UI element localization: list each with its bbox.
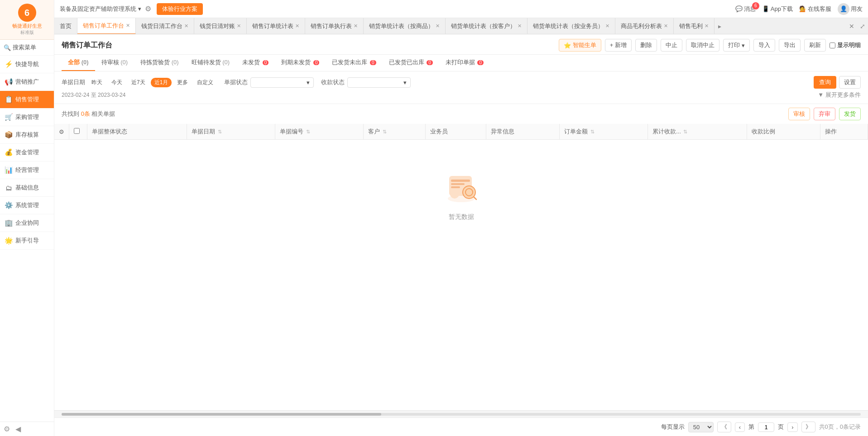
tabbar-more-button[interactable]: ▸ (715, 23, 725, 30)
tab-product-margin-close[interactable]: ✕ (664, 23, 668, 29)
last-page-button[interactable]: 》 (801, 422, 815, 432)
sidebar-item-system[interactable]: ⚙️ 系统管理 (0, 197, 54, 214)
solution-button[interactable]: 体验行业方案 (157, 3, 203, 15)
subtab-shipped-warehoused-badge: 0 (427, 60, 433, 65)
date-yesterday-btn[interactable]: 昨天 (88, 78, 106, 87)
sidebar-item-base-info[interactable]: 🗂 基础信息 (0, 179, 54, 197)
tab-sales-stat[interactable]: 销售订单统计表 ✕ (247, 18, 305, 34)
sidebar-item-finance[interactable]: 💰 资金管理 (0, 144, 54, 161)
subtab-pending-review[interactable]: 待审核 (0) (95, 55, 134, 71)
date-7days-btn[interactable]: 近7天 (128, 78, 149, 87)
subtab-not-shipped[interactable]: 未发货 0 (236, 55, 275, 71)
subtab-wangdian[interactable]: 旺铺待发货 (0) (185, 55, 236, 71)
tab-sales-profit-close[interactable]: ✕ (705, 23, 709, 29)
app-download-item[interactable]: 📱 App下载 (762, 5, 793, 13)
sidebar-item-purchase[interactable]: 🛒 采购管理 (0, 109, 54, 126)
tab-sales-stat-salesperson[interactable]: 销货单统计表（按业务员） ✕ (528, 18, 615, 34)
receipt-filter-select[interactable]: ▾ (347, 77, 411, 88)
stop-button[interactable]: 中止 (661, 39, 682, 52)
select-all-checkbox[interactable] (74, 128, 80, 134)
tab-sales-workbench[interactable]: 销售订单工作台 ✕ (77, 18, 136, 34)
th-date[interactable]: 单据日期 ⇅ (187, 124, 275, 140)
message-icon-item[interactable]: 💬 消息 6 (735, 5, 756, 13)
subtab-overdue-not-shipped[interactable]: 到期未发货 0 (275, 55, 326, 71)
topbar-gear-icon[interactable]: ⚙ (145, 5, 151, 13)
next-page-button[interactable]: › (787, 422, 797, 432)
add-button[interactable]: + 新增 (605, 39, 632, 52)
subtab-all[interactable]: 全部 (0) (62, 55, 95, 71)
th-cumulative[interactable]: 累计收款... ⇅ (647, 124, 747, 140)
tab-cash-clear[interactable]: 钱货日清工作台 ✕ (136, 18, 194, 34)
show-detail-checkbox[interactable] (830, 43, 835, 48)
tab-cash-clear-close[interactable]: ✕ (184, 23, 188, 29)
th-operation-label: 操作 (825, 128, 837, 135)
th-amount[interactable]: 订单金额 ⇅ (560, 124, 648, 140)
subtab-shipped-not-warehoused[interactable]: 已发货未出库 0 (326, 55, 382, 71)
delete-button[interactable]: 删除 (635, 39, 657, 52)
tab-sales-exec-close[interactable]: ✕ (354, 23, 358, 29)
import-button[interactable]: 导入 (753, 39, 775, 52)
sidebar-item-sales[interactable]: 📋 销售管理 (0, 91, 54, 109)
subtab-overdue-not-shipped-label: 到期未发货 (281, 59, 311, 66)
tab-cash-reconcile[interactable]: 钱货日清对账 ✕ (194, 18, 247, 34)
show-detail-label[interactable]: 显示明细 (830, 41, 861, 49)
tab-sales-stat-product[interactable]: 销货单统计表（按商品） ✕ (364, 18, 446, 34)
date-1month-btn[interactable]: 近1月 (151, 78, 172, 87)
sidebar-item-enterprise[interactable]: 🏢 企业协同 (0, 214, 54, 232)
sidebar-item-marketing[interactable]: 📢 营销推广 (0, 73, 54, 91)
per-page-select[interactable]: 50 20 100 (688, 422, 714, 432)
sidebar-search[interactable]: 🔍 搜索菜单 (0, 40, 54, 56)
th-setting[interactable]: ⚙ (54, 124, 69, 140)
th-checkbox[interactable] (69, 124, 87, 140)
date-more-btn[interactable]: 更多 (173, 78, 192, 87)
refresh-button[interactable]: 刷新 (804, 39, 826, 52)
horizontal-scrollbar[interactable] (54, 410, 868, 417)
expand-conditions-button[interactable]: ▼ 展开更多条件 (818, 91, 861, 99)
tab-cash-reconcile-close[interactable]: ✕ (237, 23, 241, 29)
online-service-item[interactable]: 💁 在线客服 (799, 5, 831, 13)
ship-button[interactable]: 发货 (839, 108, 861, 120)
prev-page-button[interactable]: ‹ (735, 422, 745, 432)
settings-button[interactable]: 设置 (839, 76, 861, 89)
sidebar-item-operations[interactable]: 📊 经营管理 (0, 161, 54, 179)
scroll-thumb[interactable] (62, 413, 381, 416)
tab-sales-workbench-close[interactable]: ✕ (126, 23, 130, 28)
tab-sales-stat-customer[interactable]: 销货单统计表（按客户） ✕ (446, 18, 528, 34)
print-button[interactable]: 打印 ▾ (723, 39, 750, 52)
tab-home[interactable]: 首页 (54, 18, 77, 34)
audit-button[interactable]: 审核 (788, 108, 810, 120)
tab-sales-stat-close[interactable]: ✕ (295, 23, 299, 29)
subtab-shipped-warehoused[interactable]: 已发货已出库 0 (383, 55, 439, 71)
first-page-button[interactable]: 《 (717, 422, 731, 432)
export-button[interactable]: 导出 (779, 39, 801, 52)
page-input[interactable] (758, 422, 774, 432)
sidebar-item-inventory[interactable]: 📦 库存核算 (0, 126, 54, 144)
th-customer[interactable]: 客户 ⇅ (364, 124, 426, 140)
date-today-btn[interactable]: 今天 (108, 78, 126, 87)
tab-sales-stat-customer-close[interactable]: ✕ (518, 23, 522, 29)
smart-create-button[interactable]: ⭐ 智能生单 (559, 39, 601, 52)
cancel-stop-button[interactable]: 取消中止 (686, 39, 719, 52)
cancel-audit-button[interactable]: 弃审 (814, 108, 835, 120)
user-item[interactable]: 👤 用友 (838, 3, 863, 15)
tab-cash-reconcile-label: 钱货日清对账 (200, 22, 235, 30)
status-filter-select[interactable]: ▾ (250, 77, 314, 88)
sidebar-settings-icon[interactable]: ⚙ (4, 425, 10, 433)
tab-product-margin[interactable]: 商品毛利分析表 ✕ (615, 18, 674, 34)
tab-sales-profit[interactable]: 销售毛利 ✕ (674, 18, 715, 34)
tab-sales-exec[interactable]: 销售订单执行表 ✕ (305, 18, 364, 34)
tabbar-close-all-icon[interactable]: ✕ (846, 23, 857, 30)
sidebar-collapse-icon[interactable]: ◀ (15, 425, 21, 433)
tab-sales-stat-product-close[interactable]: ✕ (436, 23, 440, 29)
sidebar-item-quick-nav[interactable]: ⚡ 快捷导航 (0, 56, 54, 73)
subtab-not-printed[interactable]: 未打印单据 0 (439, 55, 490, 71)
tabbar-minimize-icon[interactable]: ⤢ (857, 23, 868, 30)
sidebar-item-newcomer[interactable]: 🌟 新手引导 (0, 232, 54, 250)
query-button[interactable]: 查询 (814, 76, 836, 89)
system-title-dropdown[interactable]: 装备及固定资产辅助管理系统 ▾ (60, 5, 141, 13)
scroll-track[interactable] (62, 413, 861, 416)
tab-sales-stat-salesperson-close[interactable]: ✕ (605, 23, 609, 29)
date-custom-btn[interactable]: 自定义 (193, 78, 217, 87)
subtab-pending-inspection[interactable]: 待拣货验货 (0) (134, 55, 185, 71)
th-number[interactable]: 单据编号 ⇅ (275, 124, 364, 140)
